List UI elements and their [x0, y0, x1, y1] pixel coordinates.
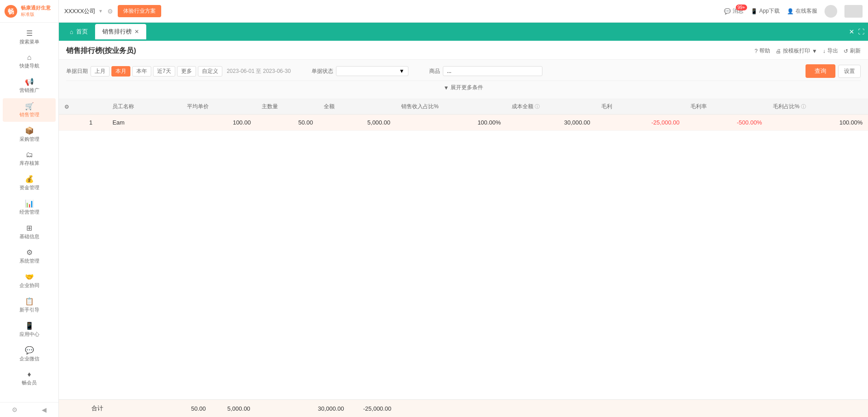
tab-bar: ⌂ 首页 销售排行榜 ✕ ✕ ⛶	[59, 23, 868, 41]
template-print-button[interactable]: 🖨 按模板打印 ▼	[776, 47, 817, 55]
row-name: Eam	[107, 115, 182, 131]
row-profit-pct: 100.00%	[767, 115, 868, 131]
expand-chevron-icon: ▼	[444, 85, 449, 91]
col-cost: 成本全额 ⓘ	[506, 99, 596, 115]
expand-filters-label: 展开更多条件	[451, 84, 483, 91]
top-header: XXXXX公司 ▼ ⚙ 体验行业方案 💬 消息 99+ 📱 App下载 👤 在线…	[59, 0, 868, 23]
sidebar-item-quick-nav[interactable]: ⌂ 快捷导航	[3, 50, 56, 73]
sidebar-item-basics[interactable]: ⊞ 基础信息	[3, 220, 56, 244]
app-download-label: App下载	[759, 7, 780, 15]
query-button[interactable]: 查询	[806, 64, 835, 78]
sidebar-item-operations[interactable]: 📊 经营管理	[3, 196, 56, 219]
col-gear: ⚙	[59, 99, 75, 115]
filter-bar: 单据日期 上月 本月 本年 近7天 更多 自定义 2023-06-01 至 20…	[59, 60, 868, 99]
service-icon: 👤	[787, 8, 794, 14]
marketing-label: 营销推广	[19, 87, 39, 94]
avatar[interactable]	[825, 5, 837, 18]
table-body: 1 Eam 100.00 50.00 5,000.00 100.00% 30,0…	[59, 115, 868, 131]
refresh-label: 刷新	[850, 47, 861, 55]
col-amount: 全额	[318, 99, 396, 115]
sidebar-item-new-guide[interactable]: 📋 新手引导	[3, 293, 56, 317]
col-main-qty: 主数量	[256, 99, 318, 115]
app-center-icon: 📱	[25, 321, 34, 330]
col-name: 员工名称	[107, 99, 182, 115]
logo-subtitle: 标准版	[21, 11, 51, 18]
sidebar-item-finance[interactable]: 💰 资金管理	[3, 171, 56, 195]
sidebar-item-marketing[interactable]: 📢 营销推广	[3, 74, 56, 97]
new-guide-label: 新手引导	[19, 307, 39, 313]
header-right: 💬 消息 99+ 📱 App下载 👤 在线客服	[724, 5, 863, 18]
more-btn[interactable]: 更多	[177, 66, 196, 77]
help-button[interactable]: ? 帮助	[754, 47, 770, 55]
sales-label: 销售管理	[19, 111, 39, 118]
goods-ellipsis: ...	[447, 68, 451, 74]
sidebar-item-members[interactable]: ♦ 畅会员	[3, 367, 56, 390]
expand-filters-button[interactable]: ▼ 展开更多条件	[444, 84, 484, 91]
footer-profit: -25,000.00	[363, 405, 408, 412]
messages-button[interactable]: 💬 消息 99+	[724, 7, 743, 15]
cur-year-btn[interactable]: 本年	[132, 66, 151, 77]
export-button[interactable]: ↓ 导出	[823, 47, 838, 55]
sidebar-item-app-center[interactable]: 📱 应用中心	[3, 318, 56, 341]
row-cost: 30,000.00	[506, 115, 596, 131]
trial-button[interactable]: 体验行业方案	[118, 5, 161, 17]
tab-close-icon[interactable]: ✕	[134, 29, 139, 35]
sidebar-item-enterprise-wechat[interactable]: 💬 企业微信	[3, 342, 56, 366]
last7-btn[interactable]: 近7天	[153, 66, 175, 77]
logo: 畅 畅康通好生意 标准版	[0, 0, 58, 23]
quick-nav-icon: ⌂	[27, 53, 32, 62]
cost-info-icon[interactable]: ⓘ	[535, 104, 540, 109]
sidebar-item-system[interactable]: ⚙ 系统管理	[3, 244, 56, 268]
enterprise-collab-icon: 🤝	[25, 273, 34, 281]
col-profit: 毛利	[596, 99, 685, 115]
prev-month-btn[interactable]: 上月	[91, 66, 110, 77]
refresh-button[interactable]: ↺ 刷新	[844, 47, 861, 55]
status-filter-label: 单据状态	[312, 67, 333, 75]
settings-icon[interactable]: ⚙	[107, 8, 113, 15]
filter-settings-button[interactable]: 设置	[838, 65, 861, 78]
goods-input[interactable]: ...	[443, 66, 542, 76]
col-avg-price: 平均单价	[182, 99, 256, 115]
collapse-icon[interactable]: ◀	[42, 406, 47, 413]
system-icon: ⚙	[26, 248, 33, 257]
row-profit: -25,000.00	[596, 115, 685, 131]
status-filter-group: 单据状态 ▼	[312, 66, 408, 76]
message-icon: 💬	[724, 8, 731, 14]
members-icon: ♦	[27, 370, 31, 379]
tab-close-all-icon[interactable]: ✕	[849, 28, 854, 35]
online-service-button[interactable]: 👤 在线客服	[787, 7, 817, 15]
finance-icon: 💰	[25, 175, 34, 183]
sidebar-item-search-order[interactable]: ☰ 搜索菜单	[3, 25, 56, 49]
main-area: XXXXX公司 ▼ ⚙ 体验行业方案 💬 消息 99+ 📱 App下载 👤 在线…	[59, 0, 868, 417]
chevron-down-icon: ▼	[98, 9, 103, 14]
app-download-button[interactable]: 📱 App下载	[751, 7, 780, 15]
online-service-label: 在线客服	[796, 7, 817, 15]
sidebar-item-inventory[interactable]: 🗂 库存核算	[3, 147, 56, 170]
enterprise-collab-label: 企业协同	[19, 282, 39, 289]
sidebar-item-enterprise-collab[interactable]: 🤝 企业协同	[3, 269, 56, 292]
purchase-label: 采购管理	[19, 136, 39, 143]
enterprise-wechat-label: 企业微信	[19, 355, 39, 362]
table-footer: 合计 50.00 5,000.00 30,000.00 -25,000.00	[59, 399, 868, 417]
status-select[interactable]: ▼	[336, 66, 408, 76]
logo-title: 畅康通好生意	[21, 5, 51, 11]
company-selector[interactable]: XXXXX公司 ▼	[64, 7, 103, 15]
custom-btn[interactable]: 自定义	[198, 66, 222, 77]
profit-pct-info-icon[interactable]: ⓘ	[801, 104, 806, 109]
page-header: 销售排行榜(按业务员) ? 帮助 🖨 按模板打印 ▼ ↓ 导出 ↺ 刷新	[59, 41, 868, 60]
quick-nav-label: 快捷导航	[19, 62, 39, 69]
sidebar-item-purchase[interactable]: 📦 采购管理	[3, 123, 56, 146]
refresh-icon: ↺	[844, 48, 848, 54]
footer-label: 合计	[91, 404, 146, 412]
row-sales-pct: 100.00%	[396, 115, 506, 131]
settings-bottom-icon[interactable]: ⚙	[12, 406, 18, 413]
tab-sales-rank[interactable]: 销售排行榜 ✕	[95, 24, 146, 39]
tab-home[interactable]: ⌂ 首页	[62, 24, 95, 39]
print-chevron-icon: ▼	[812, 48, 817, 54]
inventory-icon: 🗂	[26, 151, 33, 159]
cur-month-btn[interactable]: 本月	[111, 66, 130, 77]
tab-expand-icon[interactable]: ⛶	[858, 28, 864, 35]
user-name[interactable]	[844, 5, 863, 18]
tab-bar-right: ✕ ⛶	[849, 28, 864, 35]
sidebar-item-sales[interactable]: 🛒 销售管理	[3, 98, 56, 122]
